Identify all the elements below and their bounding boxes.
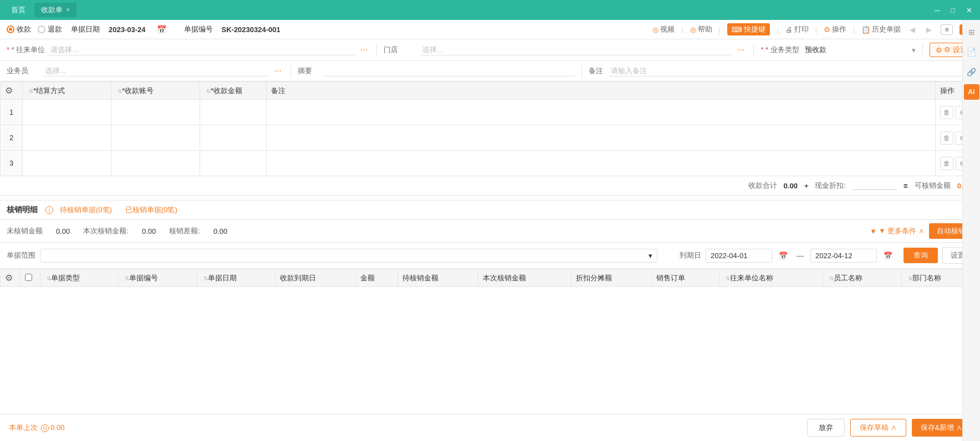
bottom-stat: 本单上次 ⊙ 0.00	[9, 423, 65, 433]
row-2-amount[interactable]	[200, 125, 267, 151]
tab-receipt[interactable]: 收款单 ×	[34, 3, 76, 17]
verify-section: 核销明细 i 待核销单据(0笔) 已核销单据(0笔) 未核销金额 0.00 本次…	[0, 200, 980, 414]
print-link[interactable]: 🖨 打印	[785, 24, 809, 34]
col-settings-header: ⚙	[1, 82, 23, 100]
row-1-amount[interactable]	[200, 100, 267, 125]
row-3-account[interactable]	[111, 151, 200, 176]
to-date-input[interactable]	[810, 249, 877, 263]
row-3-delete-icon[interactable]: 🗑	[940, 157, 953, 170]
store-more-btn[interactable]: ···	[735, 45, 747, 55]
col-account-header: ⇅*收款账号	[111, 82, 200, 100]
right-sidebar: ⊞ 📄 🔗 Ai	[962, 20, 980, 441]
row-1-jiesuan[interactable]	[23, 100, 111, 125]
col-amount-header: 金额	[356, 269, 398, 287]
row-3-jiesuan[interactable]	[23, 151, 111, 176]
bottom-bar: 本单上次 ⊙ 0.00 放弃 保存草稿 ∧ 保存&新增 ∧	[0, 414, 980, 441]
note-input[interactable]	[609, 65, 973, 76]
unverified-label: 未核销金额	[7, 226, 43, 236]
sidebar-doc-icon[interactable]: 📄	[964, 44, 979, 60]
to-calendar-icon[interactable]: 📅	[881, 252, 895, 260]
range-label: 单据范围	[7, 250, 35, 260]
table-gear-icon[interactable]: ⚙	[5, 86, 13, 95]
staff-more-btn[interactable]: ···	[272, 66, 284, 76]
filter-row: 单据范围 ▾ 到期日 📅 — 📅 查询 设置	[0, 243, 980, 269]
biz-type-arrow[interactable]: ▾	[912, 46, 916, 54]
row-1-account[interactable]	[111, 100, 200, 125]
summary-input[interactable]	[323, 65, 575, 76]
verify-table-wrap: ⚙ ⇅单据类型 ⇅单据编号 ⇅单据日期 收款到期日 金额 待核销金额 本次核销金…	[0, 269, 980, 414]
row-3-amount[interactable]	[200, 151, 267, 176]
row-2-remark[interactable]	[267, 125, 936, 151]
row-num-2: 2	[1, 125, 23, 151]
supplier-input[interactable]	[48, 44, 354, 55]
sidebar-ai-icon[interactable]: Ai	[964, 84, 979, 100]
store-field: 门店 ···	[384, 44, 747, 55]
this-verify-label: 本次核销金额:	[83, 226, 129, 236]
more-conditions-btn[interactable]: ▼ ▼ 更多条件 ∧	[870, 226, 925, 236]
range-arrow-icon: ▾	[649, 252, 652, 260]
stat-info-icon[interactable]: ⊙	[41, 424, 49, 432]
discount-input[interactable]	[853, 181, 897, 190]
sidebar-link-icon[interactable]: 🔗	[964, 64, 979, 80]
radio-shouquan[interactable]: 收款	[7, 24, 31, 34]
summary-row: 收款合计 0.00 + 现金折扣: = 可核销金额 0.00	[0, 176, 980, 196]
radio-tuikuan[interactable]: 退款	[38, 24, 62, 34]
minimize-btn[interactable]: ─	[931, 5, 943, 16]
pending-tab[interactable]: 待核销单据(0笔)	[60, 205, 112, 215]
close-btn[interactable]: ✕	[963, 5, 976, 16]
supplier-more-btn[interactable]: ···	[358, 45, 370, 55]
settings-gear-icon: ⚙	[936, 46, 942, 54]
date-filter: 到期日 📅 — 📅	[680, 249, 895, 263]
store-input[interactable]	[420, 44, 732, 55]
col-due-date-header: 收款到期日	[275, 269, 356, 287]
col-discount-header: 折扣分摊额	[571, 269, 651, 287]
maximize-btn[interactable]: □	[947, 5, 958, 16]
diff-value: 0.00	[213, 227, 227, 235]
video-link[interactable]: ◎ 视频	[652, 24, 675, 34]
row-num-3: 3	[1, 151, 23, 176]
stat-value: 0.00	[50, 423, 64, 432]
select-all-checkbox[interactable]	[25, 274, 32, 281]
abandon-button[interactable]: 放弃	[807, 419, 845, 437]
table-row: 3 🗑 ⊕	[1, 151, 980, 176]
verify-gear-icon[interactable]: ⚙	[5, 273, 13, 283]
verify-info-icon[interactable]: i	[45, 206, 53, 214]
range-select[interactable]: ▾	[40, 249, 657, 263]
row-2-delete-icon[interactable]: 🗑	[940, 131, 953, 145]
list-view-btn[interactable]: ≡	[941, 24, 953, 35]
query-button[interactable]: 查询	[904, 248, 938, 263]
receipt-table: ⚙ ⇅*结算方式 ⇅*收款账号 ⇅*收款金额 备注 操作	[0, 81, 980, 176]
save-draft-button[interactable]: 保存草稿 ∧	[850, 419, 906, 437]
verify-title: 核销明细	[7, 205, 38, 215]
row-1-delete-icon[interactable]: 🗑	[940, 106, 953, 119]
date-calendar-icon[interactable]: 📅	[777, 252, 790, 260]
calendar-icon[interactable]: 📅	[157, 25, 166, 34]
col-sales-order-header: 销售订单	[651, 269, 719, 287]
row-3-remark[interactable]	[267, 151, 936, 176]
verify-actions: ▼ ▼ 更多条件 ∧ 自动核销	[870, 223, 973, 239]
shortcut-link[interactable]: ⌨ 快捷键	[727, 23, 770, 35]
row-2-jiesuan[interactable]	[23, 125, 111, 151]
tab-home[interactable]: 首页	[4, 3, 32, 17]
unverified-value: 0.00	[56, 227, 70, 235]
verify-stats: 未核销金额 0.00 本次核销金额: 0.00 核销差额: 0.00 ▼ ▼ 更…	[0, 220, 980, 243]
form-row-2: 业务员 ··· 摘要 备注	[0, 61, 980, 81]
row-num-1: 1	[1, 100, 23, 125]
date-dash: —	[794, 252, 806, 260]
operation-link[interactable]: ⚙ 操作	[824, 24, 846, 34]
top-nav: 首页 收款单 × ─ □ ✕	[0, 0, 980, 20]
toolbar-right: ◎ 视频 | ◎ 帮助 | ⌨ 快捷键 | 🖨 打印 | ⚙ 操作 | 📋 历史…	[652, 23, 973, 35]
sidebar-table-icon[interactable]: ⊞	[964, 24, 979, 40]
plus-sign: +	[804, 182, 809, 190]
help-link[interactable]: ◎ 帮助	[690, 24, 712, 34]
row-1-remark[interactable]	[267, 100, 936, 125]
row-2-account[interactable]	[111, 125, 200, 151]
col-gear-header: ⚙	[1, 269, 21, 287]
staff-input[interactable]	[43, 65, 269, 76]
from-date-input[interactable]	[706, 249, 772, 263]
window-controls: ─ □ ✕	[931, 5, 976, 16]
close-tab-icon[interactable]: ×	[66, 6, 70, 14]
done-tab[interactable]: 已核销单据(0笔)	[125, 205, 177, 215]
history-link[interactable]: 📋 历史单据	[861, 24, 901, 34]
radio-circle-tuikuan	[38, 25, 45, 33]
